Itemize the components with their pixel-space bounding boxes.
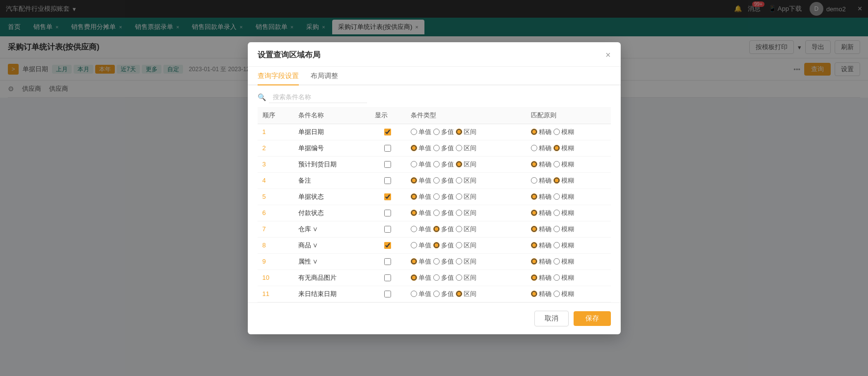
search-icon: 🔍 (258, 93, 266, 98)
modal-overlay: 设置查询区域布局 × 查询字段设置布局调整 🔍 顺序 条件名称 显示 条件类型 … (0, 0, 868, 98)
dialog-tab[interactable]: 布局调整 (311, 67, 338, 85)
dialog-search: 🔍 (248, 85, 621, 98)
dialog-close-btn[interactable]: × (605, 50, 611, 60)
dialog-tab[interactable]: 查询字段设置 (258, 67, 299, 85)
dialog-title: 设置查询区域布局 (258, 50, 320, 60)
dialog-header: 设置查询区域布局 × (248, 42, 621, 67)
search-input[interactable] (269, 91, 367, 98)
dialog-tabs: 查询字段设置布局调整 (248, 67, 621, 85)
settings-dialog: 设置查询区域布局 × 查询字段设置布局调整 🔍 顺序 条件名称 显示 条件类型 … (248, 42, 621, 98)
